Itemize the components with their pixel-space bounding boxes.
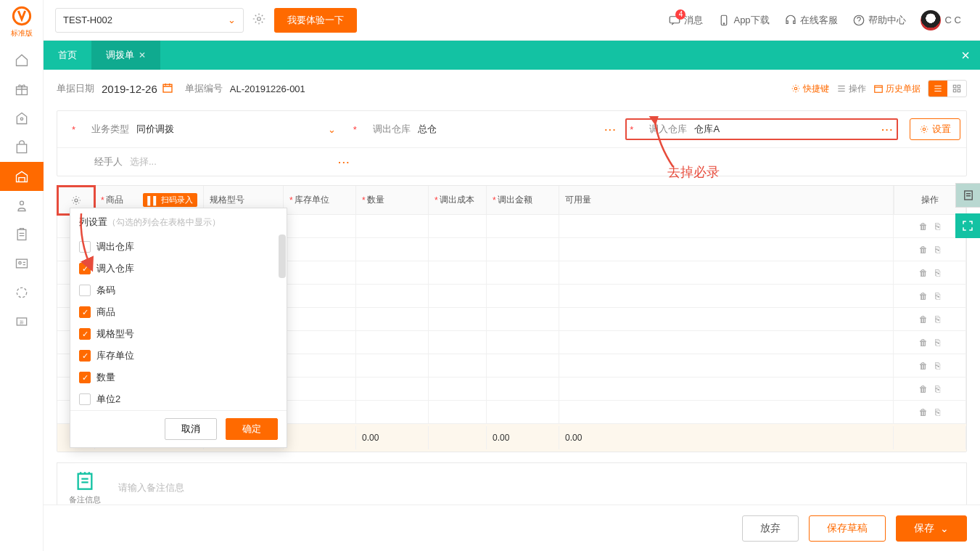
nav-home-icon[interactable]	[0, 46, 44, 75]
svg-rect-18	[953, 85, 956, 88]
out-warehouse-field[interactable]: * 调出仓库 总仓 ···	[345, 123, 626, 136]
tab-transfer[interactable]: 调拨单✕	[91, 41, 160, 70]
scrollbar-thumb[interactable]	[279, 234, 286, 278]
store-name: TEST-H002	[63, 15, 112, 25]
app-download-button[interactable]: App下载	[717, 14, 769, 27]
copy-icon[interactable]: ⎘	[935, 407, 940, 417]
support-button[interactable]: 在线客服	[784, 14, 838, 27]
col-option[interactable]: 单位2	[79, 388, 278, 410]
col-ok-button[interactable]: 确定	[226, 418, 278, 440]
nav-money-icon[interactable]	[0, 191, 44, 220]
svg-rect-25	[964, 191, 972, 200]
view-list-button[interactable]	[928, 81, 947, 97]
messages-button[interactable]: 4 消息	[668, 14, 703, 27]
operate-link[interactable]: 操作	[836, 83, 866, 95]
col-option[interactable]: 条码	[79, 279, 278, 301]
delete-icon[interactable]: 🗑	[919, 221, 928, 232]
col-amount: *调出金额	[487, 186, 559, 215]
col-option[interactable]: 数量	[79, 367, 278, 388]
logo-text: 标准版	[6, 28, 38, 38]
delete-icon[interactable]: 🗑	[919, 268, 928, 278]
nav-loading-icon[interactable]	[0, 278, 44, 307]
remarks-input[interactable]: 请输入备注信息	[118, 481, 184, 494]
header-gear-icon[interactable]	[252, 12, 265, 28]
col-option[interactable]: 规格型号	[79, 323, 278, 345]
col-avail: 可用量	[559, 186, 894, 215]
view-grid-button[interactable]	[947, 81, 966, 97]
col-cancel-button[interactable]: 取消	[165, 418, 217, 440]
copy-icon[interactable]: ⎘	[935, 384, 940, 394]
calendar-icon[interactable]	[162, 82, 173, 96]
logo-icon	[12, 6, 32, 26]
user-menu[interactable]: C C	[921, 10, 961, 30]
save-button[interactable]: 保存⌄	[896, 515, 967, 542]
footer-qty: 0.00	[356, 426, 429, 449]
nav-clipboard-icon[interactable]	[0, 220, 44, 249]
more-icon[interactable]: ···	[338, 157, 350, 168]
shortcut-link[interactable]: 快捷键	[791, 83, 829, 95]
in-warehouse-field[interactable]: * 调入仓库 仓库A ···	[625, 118, 898, 140]
close-icon[interactable]: ✕	[139, 50, 146, 60]
copy-icon[interactable]: ⎘	[935, 245, 940, 255]
nav-gift-icon[interactable]	[0, 75, 44, 104]
delete-icon[interactable]: 🗑	[919, 338, 928, 348]
gear-icon	[70, 195, 82, 206]
close-panel-button[interactable]: ×	[951, 47, 980, 64]
save-draft-button[interactable]: 保存草稿	[809, 515, 886, 542]
nav-warehouse-icon[interactable]	[0, 162, 44, 191]
notes-float-button[interactable]	[955, 183, 980, 208]
nav-new-icon[interactable]: 新	[0, 307, 44, 336]
nav-bag-icon[interactable]	[0, 133, 44, 162]
left-sidebar: 标准版 新	[0, 0, 44, 551]
date-value[interactable]: 2019-12-26	[102, 83, 157, 95]
fullscreen-float-button[interactable]	[955, 213, 980, 238]
scan-entry-button[interactable]: ▌▌ 扫码录入	[143, 193, 197, 207]
svg-point-13	[724, 23, 725, 24]
col-option[interactable]: 库存单位	[79, 345, 278, 367]
copy-icon[interactable]: ⎘	[935, 291, 940, 301]
more-icon[interactable]: ···	[881, 124, 894, 135]
svg-rect-17	[875, 86, 883, 92]
col-option[interactable]: 商品	[79, 301, 278, 323]
date-label: 单据日期	[57, 82, 94, 95]
settings-button[interactable]: 设置	[910, 118, 960, 140]
page-footer: 放弃 保存草稿 保存⌄	[44, 505, 980, 551]
biz-type-field[interactable]: * 业务类型 同价调拨 ⌄	[63, 123, 345, 136]
copy-icon[interactable]: ⎘	[935, 338, 940, 348]
copy-icon[interactable]: ⎘	[935, 268, 940, 278]
nav-tag-icon[interactable]	[0, 104, 44, 133]
copy-icon[interactable]: ⎘	[935, 314, 940, 325]
chevron-down-icon[interactable]: ⌄	[328, 124, 336, 135]
logo[interactable]: 标准版	[6, 6, 38, 38]
gear-icon	[919, 124, 929, 134]
copy-icon[interactable]: ⎘	[935, 221, 940, 232]
delete-icon[interactable]: 🗑	[919, 245, 928, 255]
col-option[interactable]: 调出仓库	[79, 236, 278, 258]
more-icon[interactable]: ···	[605, 124, 617, 135]
remarks-box: 备注信息 请输入备注信息	[57, 462, 967, 505]
svg-rect-5	[16, 259, 27, 268]
tab-home[interactable]: 首页	[44, 41, 91, 70]
store-selector[interactable]: TEST-H002 ⌄	[55, 8, 244, 33]
checkbox-icon	[79, 328, 91, 340]
trial-button[interactable]: 我要体验一下	[274, 8, 357, 33]
col-option[interactable]: 调入仓库	[79, 258, 278, 279]
svg-rect-15	[163, 84, 172, 92]
svg-point-6	[18, 262, 20, 264]
col-qty: *数量	[356, 186, 429, 215]
delete-icon[interactable]: 🗑	[919, 291, 928, 301]
delete-icon[interactable]: 🗑	[919, 384, 928, 394]
handler-field[interactable]: 经手人 选择... ···	[63, 155, 359, 168]
help-button[interactable]: 帮助中心	[852, 14, 906, 27]
discard-button[interactable]: 放弃	[742, 515, 799, 542]
delete-icon[interactable]: 🗑	[919, 361, 928, 371]
svg-point-22	[923, 128, 926, 131]
col-unit: *库存单位	[284, 186, 356, 215]
copy-icon[interactable]: ⎘	[935, 361, 940, 371]
svg-point-16	[794, 87, 797, 90]
delete-icon[interactable]: 🗑	[919, 407, 928, 417]
delete-icon[interactable]: 🗑	[919, 314, 928, 325]
nav-id-icon[interactable]	[0, 249, 44, 278]
history-link[interactable]: 历史单据	[873, 83, 921, 95]
footer-avail: 0.00	[559, 426, 894, 449]
